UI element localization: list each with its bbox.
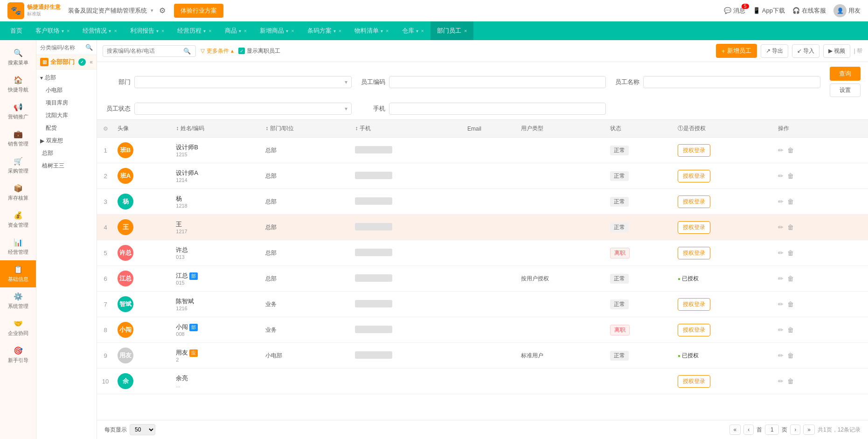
all-dept-item[interactable]: ⊞ 全部部门 ✓ « xyxy=(36,55,97,70)
tab-barcode[interactable]: 条码方案 ▾ × xyxy=(301,21,348,40)
phone-input[interactable] xyxy=(389,103,606,115)
tab-profit[interactable]: 利润报告 ▾ × xyxy=(124,21,171,40)
nav-item-basic[interactable]: 📋 基础信息 xyxy=(0,260,36,287)
nav-item-shortcuts[interactable]: 🏠 快捷导航 xyxy=(0,71,36,98)
dept-group-shuangzuo[interactable]: ▶ 双座想 xyxy=(36,134,97,147)
auth-login-button[interactable]: 授权登录 xyxy=(678,324,710,336)
search-input[interactable] xyxy=(107,48,181,54)
delete-icon[interactable]: 🗑 xyxy=(787,172,794,180)
edit-icon[interactable]: ✏ xyxy=(778,146,784,154)
tab-operation[interactable]: 经营情况 ▾ × xyxy=(76,21,123,40)
search-icon[interactable]: 🔍 xyxy=(183,48,191,55)
edit-icon[interactable]: ✏ xyxy=(778,249,784,257)
edit-icon[interactable]: ✏ xyxy=(778,223,784,231)
nav-item-search[interactable]: 🔍 搜索菜单 xyxy=(0,44,36,71)
col-dept-position[interactable]: ↕ 部门/职位 xyxy=(262,120,351,138)
auth-login-button[interactable]: 授权登录 xyxy=(678,170,710,182)
delete-icon[interactable]: 🗑 xyxy=(787,377,794,385)
col-gear[interactable]: ⚙ xyxy=(97,120,114,138)
nav-item-inventory[interactable]: 📦 库存核算 xyxy=(0,179,36,206)
auth-login-button[interactable]: 授权登录 xyxy=(678,298,710,311)
delete-icon[interactable]: 🗑 xyxy=(787,223,794,231)
tab-employees[interactable]: 部门员工 × xyxy=(431,21,473,40)
sidebar-search-input[interactable] xyxy=(40,44,83,51)
auth-login-button[interactable]: 授权登录 xyxy=(678,247,710,259)
delete-icon[interactable]: 🗑 xyxy=(787,300,794,308)
close-icon[interactable]: × xyxy=(161,28,164,34)
video-button[interactable]: ▶ 视频 xyxy=(823,44,850,58)
edit-icon[interactable]: ✏ xyxy=(778,326,784,334)
delete-icon[interactable]: 🗑 xyxy=(787,326,794,334)
dept-item-peihuo[interactable]: 配货 xyxy=(36,122,97,134)
show-resigned-toggle[interactable]: ✓ 显示离职员工 xyxy=(238,47,280,55)
settings-icon[interactable]: ⚙ xyxy=(159,6,166,15)
nav-item-purchase[interactable]: 🛒 采购管理 xyxy=(0,152,36,179)
delete-icon[interactable]: 🗑 xyxy=(787,275,794,282)
col-name-code[interactable]: ↕ 姓名/编码 xyxy=(172,120,262,138)
nav-item-system[interactable]: ⚙️ 系统管理 xyxy=(0,287,36,314)
dept-group-zhishu[interactable]: 植树王三 xyxy=(36,160,97,172)
close-icon[interactable]: × xyxy=(114,28,117,34)
tab-history[interactable]: 经营历程 ▾ × xyxy=(171,21,218,40)
close-icon[interactable]: × xyxy=(339,28,341,34)
edit-icon[interactable]: ✏ xyxy=(778,377,784,385)
auth-login-button[interactable]: 授权登录 xyxy=(678,221,710,234)
more-filter-button[interactable]: ▽ 更多条件 ▴ xyxy=(201,47,234,55)
auth-login-button[interactable]: 授权登录 xyxy=(678,195,710,208)
per-page-select[interactable]: 50 100 xyxy=(130,424,155,435)
close-icon[interactable]: × xyxy=(464,28,467,34)
next-page-button[interactable]: › xyxy=(790,425,800,435)
user-menu[interactable]: 👤 用友 xyxy=(833,4,861,17)
emp-status-select[interactable]: ▾ xyxy=(134,103,352,115)
delete-icon[interactable]: 🗑 xyxy=(787,198,794,205)
delete-icon[interactable]: 🗑 xyxy=(787,146,794,154)
tab-home[interactable]: 首页 xyxy=(4,21,29,40)
dept-group-zongbu2[interactable]: 总部 xyxy=(36,147,97,160)
nav-item-collab[interactable]: 🤝 企业协同 xyxy=(0,314,36,341)
edit-icon[interactable]: ✏ xyxy=(778,300,784,308)
col-phone[interactable]: ↕ 手机 xyxy=(351,120,464,138)
close-icon[interactable]: × xyxy=(244,28,247,34)
nav-item-finance[interactable]: 💰 资金管理 xyxy=(0,206,36,233)
help-button[interactable]: | 帮 xyxy=(854,47,862,55)
delete-icon[interactable]: 🗑 xyxy=(787,249,794,257)
first-page-button[interactable]: « xyxy=(729,425,741,435)
edit-icon[interactable]: ✏ xyxy=(778,198,784,205)
close-icon[interactable]: × xyxy=(67,28,69,34)
last-page-button[interactable]: » xyxy=(803,425,815,435)
edit-icon[interactable]: ✏ xyxy=(778,352,784,359)
emp-name-input[interactable] xyxy=(643,76,820,88)
edit-icon[interactable]: ✏ xyxy=(778,275,784,282)
collapse-icon[interactable]: « xyxy=(90,59,93,65)
auth-login-button[interactable]: 授权登录 xyxy=(678,375,710,388)
prev-page-button[interactable]: ‹ xyxy=(743,425,754,435)
auth-login-button[interactable]: 授权登录 xyxy=(678,144,710,157)
tab-warehouse[interactable]: 仓库 ▾ × xyxy=(396,21,431,40)
edit-icon[interactable]: ✏ xyxy=(778,172,784,180)
message-button[interactable]: 💬 消息 5 xyxy=(724,7,745,15)
close-icon[interactable]: × xyxy=(421,28,424,34)
app-download-button[interactable]: 📱 App下载 xyxy=(753,7,785,15)
dept-filter-select[interactable]: ▾ xyxy=(134,76,352,88)
dept-item-xiaodian[interactable]: 小电部 xyxy=(36,84,97,97)
tab-new-goods[interactable]: 新增商品 ▾ × xyxy=(253,21,300,40)
online-service-button[interactable]: 🎧 在线客服 xyxy=(792,7,826,15)
close-icon[interactable]: × xyxy=(208,28,211,34)
dept-item-shenyang[interactable]: 沈阳大库 xyxy=(36,109,97,122)
dept-item-project[interactable]: 项目库房 xyxy=(36,97,97,109)
tab-goods[interactable]: 商品 ▾ × xyxy=(218,21,253,40)
sidebar-search-icon[interactable]: 🔍 xyxy=(85,44,93,51)
emp-code-input[interactable] xyxy=(389,76,606,88)
tab-customer[interactable]: 客户联络 ▾ × xyxy=(29,21,76,40)
export-button[interactable]: ↗ 导出 xyxy=(761,44,788,58)
import-button[interactable]: ↙ 导入 xyxy=(792,44,819,58)
tab-bom[interactable]: 物料清单 ▾ × xyxy=(348,21,395,40)
add-employee-button[interactable]: + 新增员工 xyxy=(716,44,757,58)
nav-item-business[interactable]: 📊 经营管理 xyxy=(0,233,36,260)
close-icon[interactable]: × xyxy=(386,28,389,34)
query-button[interactable]: 查询 xyxy=(830,67,861,81)
delete-icon[interactable]: 🗑 xyxy=(787,352,794,359)
nav-item-sales[interactable]: 💼 销售管理 xyxy=(0,125,36,152)
system-dropdown-arrow[interactable]: ▾ xyxy=(151,7,153,14)
nav-item-guide[interactable]: 🎯 新手引导 xyxy=(0,341,36,369)
